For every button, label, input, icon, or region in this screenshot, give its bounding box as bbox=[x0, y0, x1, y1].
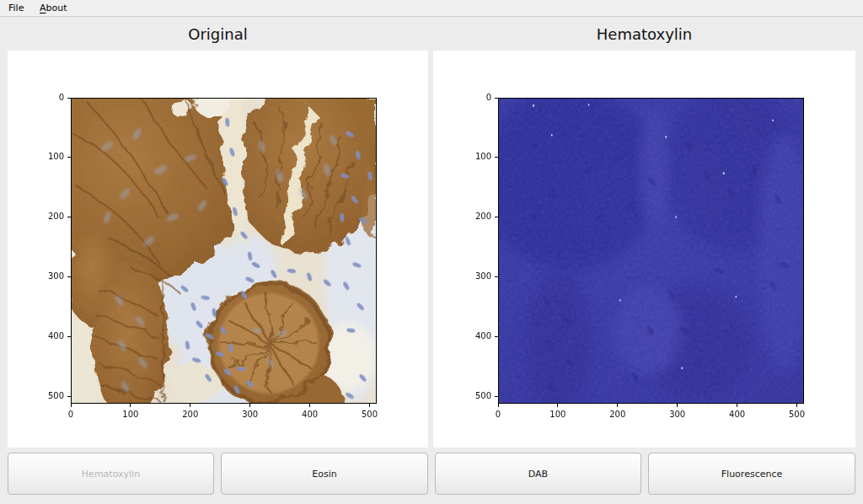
x-tick-mark bbox=[309, 404, 310, 407]
hematoxylin-button: Hematoxylin bbox=[8, 453, 214, 495]
menu-bar: File About bbox=[0, 0, 863, 17]
original-plot-area bbox=[71, 98, 377, 404]
y-tick-label: 200 bbox=[460, 212, 491, 221]
x-tick-mark bbox=[130, 404, 131, 407]
hematoxylin-figure-canvas: 0100200300400500 0100200300400500 bbox=[433, 51, 855, 448]
y-tick-mark bbox=[67, 157, 71, 158]
x-tick-label: 0 bbox=[483, 410, 513, 419]
y-tick-mark bbox=[495, 217, 498, 217]
original-x-axis: 0100200300400500 bbox=[71, 404, 377, 422]
y-tick-mark bbox=[495, 157, 498, 158]
y-tick-mark bbox=[495, 396, 498, 397]
y-tick-label: 0 bbox=[33, 93, 64, 102]
y-tick-label: 100 bbox=[33, 152, 64, 161]
menu-file-label: File bbox=[8, 3, 24, 13]
x-tick-mark bbox=[617, 404, 618, 407]
x-tick-label: 500 bbox=[781, 410, 812, 419]
x-tick-label: 300 bbox=[662, 410, 693, 419]
hematoxylin-y-axis: 0100200300400500 bbox=[460, 98, 498, 404]
hematoxylin-panel-title: Hematoxylin bbox=[433, 24, 855, 45]
hematoxylin-x-axis: 0100200300400500 bbox=[498, 404, 804, 422]
y-tick-label: 300 bbox=[460, 271, 491, 281]
y-tick-mark bbox=[495, 336, 498, 337]
x-tick-label: 0 bbox=[56, 410, 86, 419]
y-tick-label: 500 bbox=[33, 391, 64, 400]
x-tick-label: 200 bbox=[603, 410, 633, 419]
x-tick-mark bbox=[190, 404, 190, 407]
x-tick-mark bbox=[71, 404, 72, 407]
x-tick-mark bbox=[737, 404, 737, 407]
menu-file[interactable]: File bbox=[4, 0, 28, 16]
stain-separation-app: File About Original Hematoxylin bbox=[0, 0, 863, 504]
x-tick-label: 300 bbox=[235, 410, 265, 419]
x-tick-mark bbox=[796, 404, 797, 407]
hematoxylin-plot-area bbox=[498, 98, 804, 404]
y-tick-mark bbox=[495, 98, 498, 99]
x-tick-mark bbox=[369, 404, 370, 407]
menu-about[interactable]: About bbox=[35, 0, 72, 16]
about-mnemonic: A bbox=[40, 3, 46, 13]
y-tick-label: 400 bbox=[33, 331, 64, 340]
x-tick-label: 400 bbox=[722, 410, 753, 419]
y-tick-label: 100 bbox=[460, 152, 491, 161]
y-tick-label: 300 bbox=[33, 271, 64, 281]
y-tick-label: 400 bbox=[460, 331, 491, 340]
fluorescence-button[interactable]: Fluorescence bbox=[648, 453, 855, 495]
about-label-rest: bout bbox=[46, 3, 67, 13]
x-tick-label: 100 bbox=[543, 410, 573, 419]
x-tick-mark bbox=[249, 404, 250, 407]
eosin-button[interactable]: Eosin bbox=[221, 453, 428, 495]
x-tick-mark bbox=[677, 404, 678, 407]
x-tick-label: 400 bbox=[295, 410, 325, 419]
y-tick-label: 500 bbox=[460, 391, 491, 400]
original-histology-image bbox=[72, 99, 376, 403]
y-tick-mark bbox=[67, 336, 71, 337]
original-panel-title: Original bbox=[8, 24, 428, 45]
x-tick-mark bbox=[557, 404, 558, 407]
y-tick-mark bbox=[67, 217, 71, 217]
y-tick-mark bbox=[67, 396, 71, 397]
x-tick-label: 200 bbox=[175, 410, 206, 419]
y-tick-mark bbox=[67, 98, 71, 99]
original-y-axis: 0100200300400500 bbox=[33, 98, 71, 404]
x-tick-label: 100 bbox=[115, 410, 146, 419]
x-tick-label: 500 bbox=[354, 410, 384, 419]
dab-button[interactable]: DAB bbox=[435, 453, 641, 495]
y-tick-mark bbox=[495, 276, 498, 277]
y-tick-mark bbox=[67, 276, 71, 277]
x-tick-mark bbox=[498, 404, 499, 407]
y-tick-label: 200 bbox=[33, 212, 64, 221]
y-tick-label: 0 bbox=[460, 93, 491, 102]
original-figure-canvas: 0100200300400500 0100200300400500 bbox=[8, 51, 428, 448]
hematoxylin-channel-image bbox=[499, 99, 803, 403]
